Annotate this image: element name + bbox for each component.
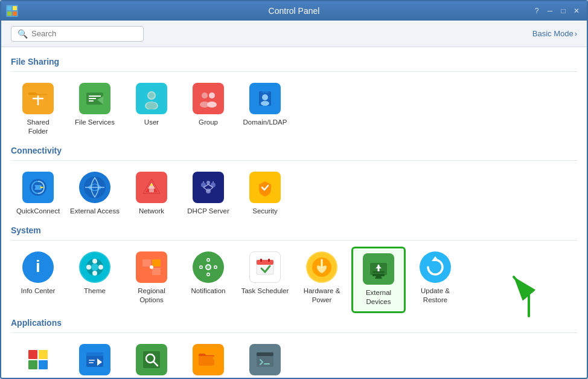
- item-label-group: Group: [199, 118, 218, 127]
- app-icon: [6, 5, 18, 17]
- svg-rect-68: [372, 271, 385, 273]
- info-center-icon: i: [22, 251, 54, 283]
- svg-rect-67: [372, 274, 385, 276]
- svg-rect-46: [152, 259, 161, 267]
- item-label-task-scheduler: Task Scheduler: [241, 287, 289, 296]
- shared-folder-sync-icon: [193, 344, 224, 375]
- svg-point-51: [208, 259, 209, 261]
- item-indexing-service[interactable]: IndexingService: [124, 339, 179, 378]
- item-update-restore[interactable]: Update &Restore: [408, 247, 462, 313]
- file-sharing-grid: SharedFolder File Services: [11, 78, 577, 141]
- window-title: Control Panel: [269, 6, 320, 16]
- item-label-dhcp-server: DHCP Server: [187, 207, 229, 216]
- svg-point-53: [200, 266, 202, 268]
- theme-icon: [79, 251, 110, 283]
- svg-rect-2: [7, 11, 11, 16]
- application-portal-icon: [79, 344, 110, 375]
- minimize-button[interactable]: ─: [545, 5, 555, 16]
- item-domain-ldap[interactable]: Domain/LDAP: [238, 78, 292, 141]
- close-button[interactable]: ✕: [571, 5, 582, 16]
- svg-point-41: [86, 265, 91, 270]
- external-access-icon: [79, 172, 110, 203]
- svg-point-12: [202, 92, 208, 99]
- svg-point-29: [150, 184, 153, 186]
- item-dhcp-server[interactable]: DHCP Server: [181, 167, 235, 221]
- item-application-portal[interactable]: ApplicationPortal: [68, 339, 122, 378]
- svg-rect-0: [7, 6, 11, 10]
- svg-rect-1: [13, 6, 17, 10]
- indexing-service-icon: [136, 344, 167, 375]
- item-theme[interactable]: Theme: [68, 247, 122, 313]
- svg-rect-79: [89, 362, 94, 363]
- section-title-connectivity: Connectivity: [11, 146, 577, 155]
- item-shared-folder[interactable]: SharedFolder: [11, 78, 65, 141]
- item-label-regional-options: RegionalOptions: [138, 287, 165, 305]
- notification-icon: [193, 251, 224, 283]
- regional-options-icon: [136, 251, 167, 283]
- security-icon: [249, 172, 281, 203]
- search-input[interactable]: [31, 29, 128, 38]
- item-file-services[interactable]: File Services: [68, 78, 122, 141]
- toolbar: 🔍 Basic Mode ›: [1, 21, 587, 47]
- applications-grid: Privileges ApplicationPortal: [11, 339, 577, 378]
- item-security[interactable]: Security: [238, 167, 292, 221]
- item-info-center[interactable]: i Info Center: [11, 247, 65, 313]
- svg-point-42: [98, 265, 103, 270]
- terminal-snmp-icon: [249, 344, 281, 375]
- section-connectivity: Connectivity QuickConnect: [11, 146, 577, 221]
- svg-rect-27: [149, 189, 154, 192]
- item-label-theme: Theme: [84, 287, 106, 296]
- item-group[interactable]: Group: [181, 78, 235, 141]
- svg-point-15: [207, 102, 217, 108]
- item-label-user: User: [144, 118, 159, 127]
- item-label-file-services: File Services: [75, 118, 115, 127]
- item-notification[interactable]: Notification: [181, 247, 235, 313]
- item-user[interactable]: User: [124, 78, 179, 141]
- svg-rect-83: [199, 355, 214, 366]
- item-privileges[interactable]: Privileges: [11, 339, 65, 378]
- svg-rect-47: [152, 268, 161, 275]
- item-hardware-power[interactable]: Hardware &Power: [295, 247, 349, 313]
- item-label-shared-folder: SharedFolder: [27, 118, 49, 136]
- search-icon: 🔍: [18, 29, 28, 39]
- item-label-network: Network: [139, 207, 164, 216]
- content-area: File Sharing SharedFolder: [1, 47, 587, 378]
- svg-point-14: [209, 92, 215, 99]
- item-quickconnect[interactable]: QuickConnect: [11, 167, 65, 221]
- svg-rect-77: [86, 352, 103, 356]
- svg-rect-72: [28, 350, 37, 359]
- hardware-power-icon: [306, 251, 337, 283]
- privileges-icon: [22, 344, 54, 375]
- svg-rect-44: [142, 259, 151, 267]
- search-box[interactable]: 🔍: [11, 26, 144, 42]
- svg-point-43: [91, 264, 98, 271]
- item-network[interactable]: Network: [124, 167, 179, 221]
- file-services-icon: [79, 83, 110, 114]
- svg-rect-61: [257, 260, 273, 265]
- control-panel-window: Control Panel ? ─ □ ✕ 🔍 Basic Mode › Fil…: [0, 0, 588, 379]
- item-shared-folder-sync[interactable]: Shared FolderSync: [181, 339, 235, 378]
- item-external-devices[interactable]: ExternalDevices: [351, 247, 406, 313]
- item-terminal-snmp[interactable]: Terminal &SNMP: [238, 339, 292, 378]
- titlebar: Control Panel ? ─ □ ✕: [1, 1, 587, 21]
- shared-folder-icon: [22, 83, 54, 114]
- svg-point-18: [261, 101, 269, 106]
- section-title-file-sharing: File Sharing: [11, 57, 577, 66]
- svg-rect-3: [13, 11, 17, 16]
- svg-text:i: i: [36, 257, 40, 276]
- item-label-external-access: External Access: [70, 207, 120, 216]
- svg-point-11: [146, 102, 157, 109]
- section-title-system: System: [11, 225, 577, 235]
- item-task-scheduler[interactable]: Task Scheduler: [238, 247, 292, 313]
- svg-rect-62: [260, 259, 262, 262]
- item-label-hardware-power: Hardware &Power: [304, 287, 340, 305]
- svg-rect-45: [142, 268, 151, 275]
- item-external-access[interactable]: External Access: [68, 167, 122, 221]
- group-icon: [193, 83, 224, 114]
- maximize-button[interactable]: □: [558, 5, 569, 16]
- basic-mode-button[interactable]: Basic Mode ›: [532, 29, 577, 38]
- item-regional-options[interactable]: RegionalOptions: [124, 247, 179, 313]
- svg-point-59: [206, 265, 210, 269]
- svg-rect-75: [39, 360, 48, 369]
- help-button[interactable]: ?: [531, 5, 542, 16]
